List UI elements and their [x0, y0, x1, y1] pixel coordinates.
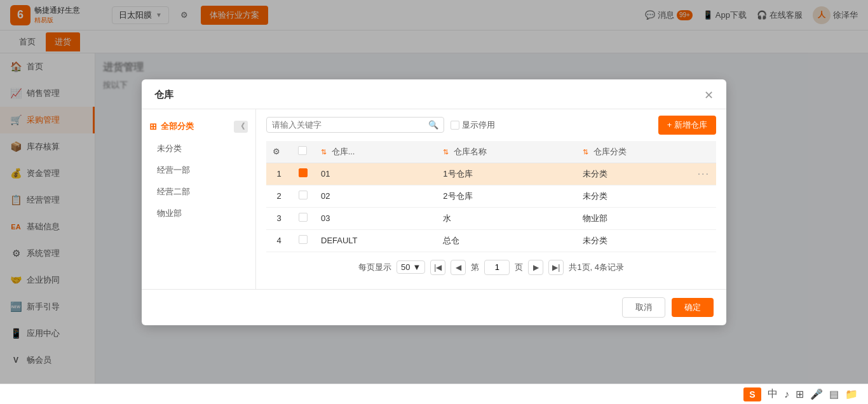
per-page-value: 50 — [401, 262, 410, 272]
tree-item-uncategorized[interactable]: 未分类 — [142, 138, 255, 159]
page-next-button[interactable]: ▶ — [528, 260, 543, 275]
row-name-4: 总仓 — [437, 229, 576, 252]
table-panel: 🔍 显示停用 + 新增仓库 ⚙ — [256, 109, 726, 289]
per-page-select[interactable]: 50 ▼ — [397, 260, 425, 274]
header-checkbox[interactable] — [298, 146, 307, 155]
row-checkbox-2[interactable] — [299, 191, 308, 199]
search-input[interactable] — [272, 120, 428, 130]
cancel-button[interactable]: 取消 — [622, 297, 665, 318]
th-category-label: 仓库分类 — [593, 147, 627, 156]
dialog-body: ⊞ 全部分类 《 未分类 经营一部 经营二部 物业部 🔍 — [142, 109, 726, 289]
toolbar: 🔍 显示停用 + 新增仓库 — [266, 116, 716, 135]
table-row[interactable]: 2 02 2号仓库 未分类 — [266, 185, 716, 207]
dialog-footer: 取消 确定 — [142, 289, 726, 325]
page-first-button[interactable]: |◀ — [430, 260, 445, 275]
show-disabled-checkbox[interactable]: 显示停用 — [451, 119, 495, 131]
th-code-label: 仓库... — [332, 147, 355, 156]
tree-all-label: 全部分类 — [161, 121, 194, 132]
confirm-button[interactable]: 确定 — [672, 298, 714, 317]
dialog-close-button[interactable]: ✕ — [704, 88, 714, 102]
tree-all-category[interactable]: ⊞ 全部分类 《 — [142, 116, 255, 138]
th-name: ⇅ 仓库名称 — [437, 141, 576, 163]
row-name-1: 1号仓库 — [437, 163, 576, 185]
table-body: 1 01 1号仓库 未分类··· 2 02 2号仓库 未分类 3 03 水 物业… — [266, 163, 716, 252]
row-category-2: 未分类 — [576, 185, 716, 207]
table-row[interactable]: 4 DEFAULT 总仓 未分类 — [266, 229, 716, 252]
page-number-input[interactable] — [484, 260, 510, 275]
row-category-3: 物业部 — [576, 207, 716, 229]
page-prev-button[interactable]: ◀ — [451, 260, 466, 275]
taskbar-icon[interactable]: ▤ — [829, 388, 839, 400]
per-page-arrow-icon: ▼ — [412, 262, 421, 272]
row-code-3: 03 — [315, 207, 437, 229]
total-info: 共1页, 4条记录 — [569, 262, 624, 273]
row-code-1: 01 — [315, 163, 437, 185]
row-name-2: 2号仓库 — [437, 185, 576, 207]
table-row[interactable]: 3 03 水 物业部 — [266, 207, 716, 229]
table-row[interactable]: 1 01 1号仓库 未分类··· — [266, 163, 716, 185]
row-name-3: 水 — [437, 207, 576, 229]
tree-collapse-button[interactable]: 《 — [234, 121, 248, 133]
keyboard-icon[interactable]: ⊞ — [796, 388, 804, 400]
th-settings: ⚙ — [266, 141, 292, 163]
tree-item-dept1[interactable]: 经营一部 — [142, 159, 255, 181]
tree-item-dept2[interactable]: 经营二部 — [142, 181, 255, 203]
warehouse-dialog: 仓库 ✕ ⊞ 全部分类 《 未分类 经营一部 经营二部 物业部 — [142, 79, 726, 325]
row-num-2: 2 — [266, 185, 292, 207]
grid-icon: ⊞ — [149, 121, 157, 131]
sort-code-icon: ⇅ — [321, 148, 327, 156]
sort-category-icon: ⇅ — [583, 148, 588, 156]
microphone-icon[interactable]: 🎤 — [810, 388, 823, 400]
row-num-1: 1 — [266, 163, 292, 185]
per-page-label: 每页显示 — [358, 262, 391, 273]
row-category-1: 未分类··· — [576, 163, 716, 185]
row-checkbox-3[interactable] — [299, 213, 308, 222]
th-code: ⇅ 仓库... — [315, 141, 437, 163]
bottom-icons: S 中 ♪ ⊞ 🎤 ▤ 📁 — [743, 387, 858, 401]
folder-icon[interactable]: 📁 — [845, 388, 858, 400]
page-label: 页 — [515, 262, 523, 273]
row-category-4: 未分类 — [576, 229, 716, 252]
th-name-label: 仓库名称 — [454, 147, 487, 156]
warehouse-table: ⚙ ⇅ 仓库... ⇅ — [266, 141, 716, 252]
page-label-pre: 第 — [471, 262, 479, 273]
row-code-4: DEFAULT — [315, 229, 437, 252]
add-warehouse-button[interactable]: + 新增仓库 — [658, 116, 716, 135]
table-header-row: ⚙ ⇅ 仓库... ⇅ — [266, 141, 716, 163]
row-checkbox-1[interactable] — [299, 168, 308, 177]
show-disabled-cb[interactable] — [451, 121, 459, 130]
tree-panel: ⊞ 全部分类 《 未分类 经营一部 经营二部 物业部 — [142, 109, 256, 289]
zh-icon[interactable]: 中 — [768, 387, 778, 401]
dialog-header: 仓库 ✕ — [142, 79, 726, 109]
th-checkbox — [292, 141, 315, 163]
mic-icon[interactable]: ♪ — [784, 389, 789, 400]
bottom-bar: S 中 ♪ ⊞ 🎤 ▤ 📁 — [0, 384, 868, 404]
table-container: ⚙ ⇅ 仓库... ⇅ — [266, 141, 716, 252]
pagination: 每页显示 50 ▼ |◀ ◀ 第 页 ▶ ▶| 共1页, 4条记录 — [266, 252, 716, 283]
dialog-title: 仓库 — [154, 89, 173, 101]
tree-item-property[interactable]: 物业部 — [142, 203, 255, 224]
row-code-2: 02 — [315, 185, 437, 207]
show-disabled-label: 显示停用 — [462, 119, 495, 131]
row-num-4: 4 — [266, 229, 292, 252]
sort-name-icon: ⇅ — [443, 148, 449, 156]
row-checkbox-4[interactable] — [299, 235, 308, 244]
column-settings-icon[interactable]: ⚙ — [273, 147, 280, 156]
dialog-overlay: 仓库 ✕ ⊞ 全部分类 《 未分类 经营一部 经营二部 物业部 — [0, 0, 868, 404]
row-num-3: 3 — [266, 207, 292, 229]
search-box: 🔍 — [266, 117, 444, 133]
s-logo: S — [743, 387, 761, 401]
search-icon[interactable]: 🔍 — [428, 120, 438, 130]
th-category: ⇅ 仓库分类 — [576, 141, 716, 163]
page-last-button[interactable]: ▶| — [548, 260, 564, 275]
